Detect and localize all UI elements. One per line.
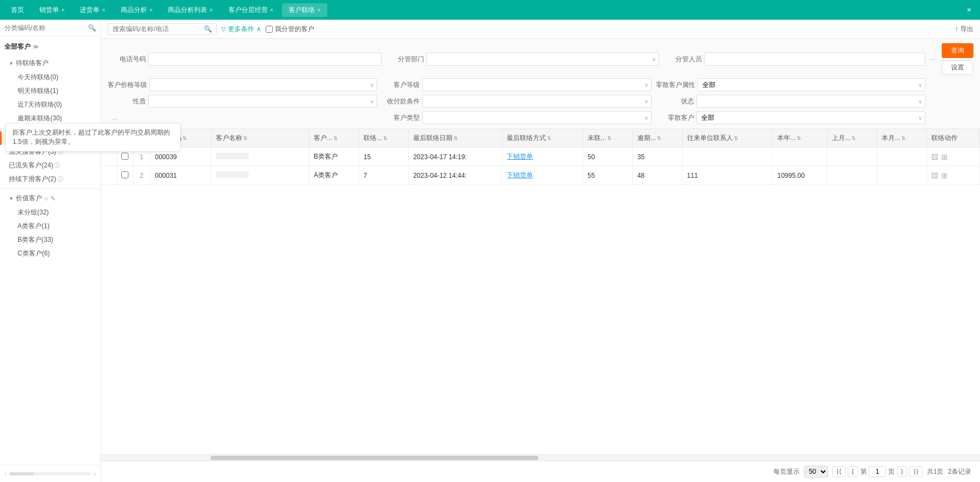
query-button[interactable]: 查询 — [942, 43, 973, 58]
sidebar-item-tomorrow[interactable]: 明天待联络(1) — [0, 84, 101, 98]
search-input[interactable] — [113, 25, 204, 33]
filter-status-wrap: ∨ — [696, 95, 925, 108]
nav-tab-customer-segment[interactable]: 客户分层经营 × — [222, 3, 280, 17]
filter-row4-left: ... — [108, 114, 377, 121]
sidebar-section-pending-title[interactable]: ▼ 待联络客户 — [0, 56, 101, 71]
sort-icon-name[interactable]: ⇅ — [243, 136, 248, 141]
sidebar-item-declining[interactable]: 持续下滑客户(2) ⓘ — [0, 172, 101, 186]
filter-price-grade-select[interactable] — [149, 78, 377, 91]
sort-icon-grade[interactable]: ⇅ — [333, 136, 338, 141]
col-uncontacted[interactable]: 未联...⇅ — [583, 129, 632, 148]
filter-dept-select[interactable] — [426, 53, 660, 66]
filter-gender-select[interactable] — [148, 95, 377, 108]
filter-more-btn[interactable]: ... — [108, 114, 122, 121]
more-conditions-btn[interactable]: ▽ 更多条件 ∧ — [221, 25, 261, 34]
row2-action-link-icon[interactable]: ⚄ — [931, 171, 938, 180]
col-this-month[interactable]: 本月...⇅ — [877, 129, 927, 148]
info-icon-declining[interactable]: ⓘ — [57, 175, 63, 183]
col-unit-contact[interactable]: 往来单位联系人⇅ — [682, 129, 772, 148]
filter-person-input[interactable] — [704, 53, 925, 66]
my-customer-checkbox-wrap[interactable]: 我分管的客户 — [266, 25, 314, 34]
filter-retail-attr-wrap: 全部 ∨ — [697, 78, 925, 91]
nav-close-sales[interactable]: × — [61, 7, 64, 13]
row2-action-grid-icon[interactable]: ⊞ — [941, 171, 948, 180]
row2-select-checkbox[interactable] — [121, 171, 128, 178]
col-last-contact-method[interactable]: 最后联络方式⇅ — [502, 129, 583, 148]
toolbar-search-icon[interactable]: 🔍 — [204, 25, 212, 33]
col-overdue[interactable]: 逾期...⇅ — [632, 129, 682, 148]
sort-icon-code[interactable]: ⇅ — [183, 136, 187, 141]
sort-icon-contact[interactable]: ⇅ — [383, 136, 388, 141]
info-icon-churned[interactable]: ⓘ — [54, 161, 60, 170]
nav-tab-customer-contact[interactable]: 客户联络 × — [282, 3, 327, 17]
sidebar-scroll-left[interactable]: ‹ — [4, 469, 7, 478]
filter-retail-attr-select[interactable]: 全部 — [697, 78, 925, 91]
filter-retail-select[interactable]: 全部 — [696, 111, 925, 124]
col-last-month[interactable]: 上月...⇅ — [828, 129, 877, 148]
sidebar-item-churned[interactable]: 已流失客户(24) ⓘ — [0, 159, 101, 172]
sort-icon-overdue[interactable]: ⇅ — [657, 136, 661, 141]
sidebar-edit-group-icon[interactable]: ○ — [44, 195, 48, 202]
sort-icon-last-month[interactable]: ⇅ — [852, 136, 856, 141]
scrollbar-thumb[interactable] — [210, 456, 538, 460]
sidebar-item-class-b[interactable]: B类客户(33) — [0, 233, 101, 247]
export-btn[interactable]: ↑ 导出 — [955, 25, 973, 34]
nav-close-customer-segment[interactable]: × — [270, 7, 273, 13]
sort-icon-this-year[interactable]: ⇅ — [797, 136, 801, 141]
page-nav: ⟨⟨ ⟨ 第 页 ⟩ ⟩⟩ — [832, 466, 923, 477]
filter-payment-select[interactable] — [422, 95, 651, 108]
nav-tab-product-list[interactable]: 商品分析列表 × — [161, 3, 219, 17]
nav-tab-sales[interactable]: 销货单 × — [33, 3, 71, 17]
filter-cust-type-select[interactable] — [422, 111, 651, 124]
per-page-select[interactable]: 50 — [804, 466, 828, 478]
sort-icon-uncontacted[interactable]: ⇅ — [607, 136, 612, 141]
horizontal-scrollbar[interactable] — [101, 454, 980, 461]
nav-tab-product-analysis[interactable]: 商品分析 × — [114, 3, 159, 17]
window-close-icon[interactable]: × — [963, 3, 976, 16]
page-last-btn[interactable]: ⟩⟩ — [909, 466, 923, 477]
row2-checkbox[interactable] — [116, 166, 133, 185]
sort-icon-unit-contact[interactable]: ⇅ — [734, 136, 738, 141]
sidebar-item-7days[interactable]: 近7天待联络(0) — [0, 98, 101, 112]
nav-close-customer-contact[interactable]: × — [317, 7, 320, 13]
sidebar-scroll-right[interactable]: › — [93, 469, 96, 478]
filter-person-ellipsis[interactable]: ··· — [928, 55, 937, 63]
filter-phone-input[interactable] — [148, 53, 382, 66]
row1-action-link-icon[interactable]: ⚄ — [931, 153, 938, 161]
row1-this-month — [877, 148, 927, 166]
nav-tab-home[interactable]: 首页 — [4, 3, 31, 17]
setting-button[interactable]: 设置 — [942, 60, 973, 75]
col-contact[interactable]: 联络...⇅ — [359, 129, 409, 148]
filter-cust-grade-select[interactable] — [422, 78, 651, 91]
row1-select-checkbox[interactable] — [121, 153, 128, 160]
sort-icon-method[interactable]: ⇅ — [547, 136, 551, 141]
sidebar-item-today[interactable]: 今天待联络(0) — [0, 71, 101, 84]
my-customer-checkbox[interactable] — [266, 26, 273, 33]
sidebar-item-class-a[interactable]: A类客户(1) — [0, 219, 101, 233]
nav-tab-purchase[interactable]: 进货单 × — [73, 3, 112, 17]
nav-close-product-list[interactable]: × — [209, 7, 213, 13]
sidebar-collapse-icon[interactable]: ≫ — [33, 44, 38, 50]
sidebar-search-icon[interactable]: 🔍 — [88, 24, 96, 32]
row1-action-grid-icon[interactable]: ⊞ — [941, 153, 948, 161]
sidebar-item-class-c[interactable]: C类客户(6) — [0, 247, 101, 260]
sidebar-edit-icon[interactable]: ✎ — [50, 195, 56, 202]
filter-action-btns: 查询 设置 — [942, 43, 973, 75]
filter-status-select[interactable] — [696, 95, 925, 108]
nav-close-product-analysis[interactable]: × — [149, 7, 152, 13]
sort-icon-last-contact[interactable]: ⇅ — [454, 136, 458, 141]
page-prev-btn[interactable]: ⟨ — [848, 466, 858, 477]
sidebar-all-customers[interactable]: 全部客户 ≫ — [0, 39, 101, 55]
col-name[interactable]: 客户名称⇅ — [212, 129, 309, 148]
current-page-input[interactable] — [868, 466, 886, 477]
filter-cust-type-wrap: ∨ — [422, 111, 651, 124]
page-first-btn[interactable]: ⟨⟨ — [832, 466, 846, 477]
page-next-btn[interactable]: ⟩ — [897, 466, 907, 477]
col-this-year[interactable]: 本年...⇅ — [773, 129, 828, 148]
col-last-contact-date[interactable]: 最后联络日期⇅ — [408, 129, 502, 148]
sidebar-search-input[interactable] — [4, 24, 88, 32]
col-grade[interactable]: 客户...⇅ — [309, 129, 359, 148]
sort-icon-this-month[interactable]: ⇅ — [901, 136, 906, 141]
nav-close-purchase[interactable]: × — [102, 7, 105, 13]
sidebar-item-unclassified[interactable]: 未分组(32) — [0, 206, 101, 219]
